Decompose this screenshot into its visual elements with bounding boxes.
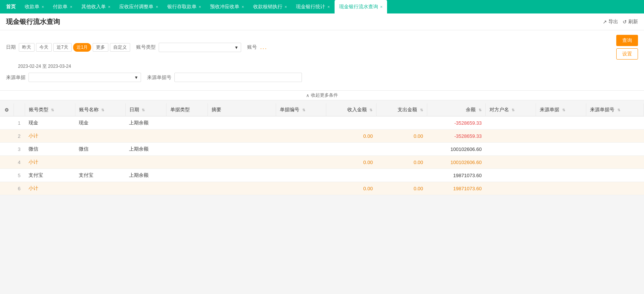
row-balance: -3528659.33 [427, 130, 485, 143]
date-btn-7days[interactable]: 近7天 [53, 43, 72, 52]
row-counterparty [485, 143, 536, 156]
refresh-icon: ↺ [623, 19, 627, 25]
th-account-type[interactable]: 账号类型 ⇅ [25, 103, 75, 116]
nav-tab-home[interactable]: 首页 [2, 0, 20, 13]
table-row[interactable]: 6 小计 0.00 0.00 19871073.60 [0, 182, 644, 195]
account-type-select[interactable]: ▾ [159, 43, 241, 52]
row-balance: -3528659.33 [427, 116, 485, 130]
row-doc-no [276, 116, 326, 130]
row-date [125, 182, 166, 195]
row-account-type: 小计 [25, 130, 75, 143]
th-gear[interactable]: ⚙ [0, 103, 14, 116]
nav-tab-receivable-adjust[interactable]: 应收应付调整单 × [115, 0, 162, 13]
close-receivable-adjust-icon[interactable]: × [156, 4, 158, 9]
th-doc-no[interactable]: 单据编号 ⇅ [276, 103, 326, 116]
th-source-doc-no[interactable]: 来源单据号 ⇅ [586, 103, 644, 116]
row-doc-no [276, 143, 326, 156]
row-counterparty [485, 156, 536, 169]
date-range-display: 2023-02-24 至 2023-03-24 [18, 64, 71, 69]
export-button[interactable]: ↗ 导出 [603, 18, 618, 25]
close-cash-bank-stat-icon[interactable]: × [327, 4, 330, 9]
date-btn-yesterday[interactable]: 昨天 [19, 43, 35, 52]
nav-tab-cash-bank-stat[interactable]: 现金银行统计 × [291, 0, 334, 13]
th-doc-type: 单据类型 [166, 103, 208, 116]
export-label: 导出 [608, 18, 618, 25]
nav-tab-other-income[interactable]: 其他收入单 × [77, 0, 115, 13]
page-header: 现金银行流水查询 ↗ 导出 ↺ 刷新 [0, 13, 644, 30]
query-button[interactable]: 查询 [616, 35, 638, 46]
row-source-doc-no [586, 130, 644, 143]
row-source-doc-no [586, 169, 644, 182]
table-header-row: ⚙ 账号类型 ⇅ 账号名称 ⇅ 日期 ⇅ 单据类型 [0, 103, 644, 116]
th-balance[interactable]: 余额 ⇅ [427, 103, 485, 116]
account-dots-button[interactable]: ... [260, 44, 267, 51]
close-bank-deposit-icon[interactable]: × [199, 4, 201, 9]
refresh-button[interactable]: ↺ 刷新 [623, 18, 638, 25]
th-summary: 摘要 [208, 103, 276, 116]
date-options: 昨天 今天 近7天 近1月 更多 自定义 [19, 43, 130, 52]
date-btn-1month[interactable]: 近1月 [73, 43, 92, 52]
th-account-name[interactable]: 账号名称 ⇅ [75, 103, 125, 116]
nav-tab-bank-deposit[interactable]: 银行存取款单 × [163, 0, 206, 13]
th-income[interactable]: 收入金额 ⇅ [326, 103, 377, 116]
header-actions: ↗ 导出 ↺ 刷新 [603, 18, 638, 25]
filter-account-type: 账号类型 ▾ [136, 43, 241, 52]
date-btn-today[interactable]: 今天 [36, 43, 52, 52]
account-label: 账号 [247, 44, 257, 51]
row-account-type: 小计 [25, 156, 75, 169]
table-row[interactable]: 3 微信 微信 上期余额 100102606.60 [0, 143, 644, 156]
close-collect-exec-icon[interactable]: × [285, 4, 287, 9]
row-doc-no [276, 169, 326, 182]
row-gear-cell [0, 182, 14, 195]
nav-tab-payment[interactable]: 付款单 × [48, 0, 77, 13]
th-date[interactable]: 日期 ⇅ [125, 103, 166, 116]
close-payment-icon[interactable]: × [70, 4, 72, 9]
row-doc-no [276, 130, 326, 143]
sort-balance-icon: ⇅ [479, 108, 482, 112]
source-doc-num-input[interactable] [174, 73, 302, 82]
source-doc-select[interactable]: ▾ [29, 73, 141, 82]
row-expense [377, 143, 427, 156]
row-account-type: 现金 [25, 116, 75, 130]
sort-income-icon: ⇅ [369, 108, 372, 112]
table-row[interactable]: 4 小计 0.00 0.00 100102606.60 [0, 156, 644, 169]
nav-receipt-label: 收款单 [25, 3, 39, 10]
nav-tab-pre-collect[interactable]: 预收冲应收单 × [206, 0, 248, 13]
row-date: 上期余额 [125, 116, 166, 130]
row-date [125, 130, 166, 143]
close-pre-collect-icon[interactable]: × [242, 4, 244, 9]
table-row[interactable]: 5 支付宝 支付宝 上期余额 19871073.60 [0, 169, 644, 182]
nav-tab-receipt[interactable]: 收款单 × [20, 0, 48, 13]
row-source-doc [536, 116, 586, 130]
row-doc-no [276, 182, 326, 195]
table-area: ⚙ 账号类型 ⇅ 账号名称 ⇅ 日期 ⇅ 单据类型 [0, 103, 644, 195]
th-source-doc[interactable]: 来源单据 ⇅ [536, 103, 586, 116]
settings-button[interactable]: 设置 [616, 48, 638, 60]
row-source-doc [536, 169, 586, 182]
row-doc-type [166, 182, 208, 195]
nav-bank-deposit-label: 银行存取款单 [167, 3, 197, 10]
nav-tab-cash-bank-flow[interactable]: 现金银行流水查询 × [335, 0, 387, 13]
row-account-type: 小计 [25, 182, 75, 195]
table-row[interactable]: 2 小计 0.00 0.00 -3528659.33 [0, 130, 644, 143]
row-source-doc [536, 143, 586, 156]
collapse-bar[interactable]: ∧ 收起更多条件 [0, 91, 644, 100]
row-balance: 19871073.60 [427, 169, 485, 182]
th-expense[interactable]: 支出金额 ⇅ [377, 103, 427, 116]
row-account-name: 微信 [75, 143, 125, 156]
nav-tab-collect-exec[interactable]: 收款核销执行 × [249, 0, 291, 13]
th-counterparty[interactable]: 对方户名 ⇅ [485, 103, 536, 116]
row-summary [208, 169, 276, 182]
date-label: 日期 [6, 44, 16, 51]
date-btn-more[interactable]: 更多 [93, 43, 108, 52]
table-row[interactable]: 1 现金 现金 上期余额 -3528659.33 [0, 116, 644, 130]
nav-receivable-adjust-label: 应收应付调整单 [119, 3, 153, 10]
date-btn-custom[interactable]: 自定义 [110, 43, 130, 52]
close-other-income-icon[interactable]: × [108, 4, 110, 9]
row-gear-cell [0, 156, 14, 169]
row-source-doc [536, 130, 586, 143]
close-cash-bank-flow-icon[interactable]: × [380, 4, 383, 9]
row-income: 0.00 [326, 130, 377, 143]
row-doc-type [166, 169, 208, 182]
close-receipt-icon[interactable]: × [42, 4, 44, 9]
